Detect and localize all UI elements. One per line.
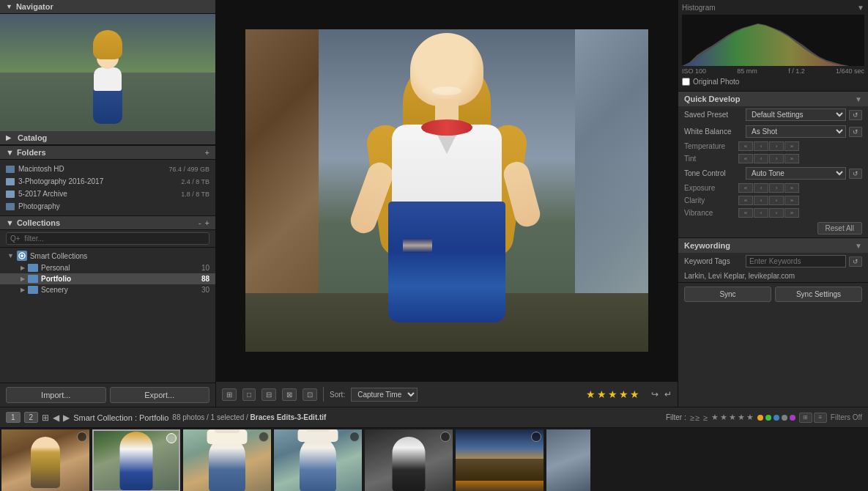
star-2[interactable]: ★ [597,388,607,400]
page-1-btn[interactable]: 1 [6,412,21,423]
view-compare-btn[interactable]: ⊟ [261,388,276,401]
rotate-btn[interactable]: ↪ [651,389,659,399]
qd-tint-dec[interactable]: ‹ [754,154,768,163]
qd-tint-inc[interactable]: › [769,154,784,163]
thumb-5-select[interactable] [440,432,450,442]
sync-button[interactable]: Sync [684,287,771,302]
filter-star-5[interactable]: ★ [746,413,754,422]
thumb-4-select[interactable] [349,432,360,442]
navigator-header[interactable]: ▼ Navigator [0,0,215,14]
strip-view-btn-2[interactable]: ≡ [814,413,827,423]
folder-item-photography[interactable]: Photography [0,200,215,213]
qd-vib-inc-inc[interactable]: » [784,208,799,218]
film-thumb-partial[interactable] [546,429,590,491]
export-button[interactable]: Export... [110,387,210,403]
film-thumb-3[interactable] [183,429,271,491]
dot-blue[interactable] [774,415,779,421]
qd-wb-btn[interactable]: ↺ [849,127,862,137]
qd-clar-dec-dec[interactable]: « [738,196,753,205]
thumb-3-select[interactable] [259,432,269,442]
qd-temp-inc[interactable]: › [769,141,784,151]
film-thumb-4[interactable] [274,429,362,491]
qd-saved-preset-select[interactable]: Default Settings [746,108,846,121]
dot-orange[interactable] [757,415,763,421]
filter-star-4[interactable]: ★ [738,413,745,422]
collections-header[interactable]: ▼ Collections - + [0,216,215,230]
film-thumb-2[interactable] [92,429,180,491]
qd-exp-inc[interactable]: › [769,183,784,193]
kw-collapse[interactable]: ▼ [855,242,862,250]
dot-green[interactable] [765,415,771,421]
film-thumb-6[interactable] [456,429,544,491]
import-button[interactable]: Import... [6,387,106,403]
star-4[interactable]: ★ [619,388,628,400]
sort-dropdown[interactable]: Capture Time File Name Edit Time Rating [351,388,418,402]
strip-next-btn[interactable]: ▶ [63,413,70,423]
film-thumb-1[interactable] [1,429,89,491]
qd-collapse[interactable]: ▼ [855,95,862,103]
filter-star-1[interactable]: ★ [711,413,719,422]
kw-tags-input[interactable] [746,255,846,267]
folder-item-photography-2016[interactable]: 3-Photography 2016-2017 2.4 / 8 TB [0,175,215,188]
qd-clar-inc-inc[interactable]: » [784,196,799,205]
folders-add-btn[interactable]: + [205,148,209,157]
qd-temp-inc-inc[interactable]: » [784,141,799,151]
qd-temp-dec-dec[interactable]: « [738,141,753,151]
page-2-btn[interactable]: 2 [24,412,39,423]
confirm-btn[interactable]: ↵ [664,389,672,399]
thumb-1-select[interactable] [77,432,87,442]
qd-exp-dec[interactable]: ‹ [754,183,768,193]
film-thumb-5[interactable] [365,429,453,491]
original-photo-checkbox[interactable] [682,78,690,86]
collection-item-scenery[interactable]: ▶ Scenery 30 [0,284,215,295]
collection-item-portfolio[interactable]: ▶ Portfolio 88 [0,273,215,284]
view-grid-btn[interactable]: ⊞ [222,388,237,401]
qd-reset-btn[interactable]: Reset All [817,222,862,235]
qd-exp-inc-inc[interactable]: » [784,183,799,193]
qd-clar-dec[interactable]: ‹ [754,196,768,205]
qd-vib-inc[interactable]: › [769,208,784,218]
thumb-2-select[interactable] [166,433,177,443]
star-3[interactable]: ★ [608,388,617,400]
star-5[interactable]: ★ [630,388,639,400]
folder-item-macintosh[interactable]: Macintosh HD 76.4 / 499 GB [0,163,215,175]
qd-vib-dec-dec[interactable]: « [738,208,753,218]
qd-temp-dec[interactable]: ‹ [754,141,768,151]
dot-gray[interactable] [782,415,787,421]
qd-clar-inc[interactable]: › [769,196,784,205]
qd-wb-select[interactable]: As Shot Auto Daylight Cloudy Custom [746,125,846,138]
view-survey-btn[interactable]: ⊠ [282,388,297,401]
view-loupe-btn[interactable]: □ [242,388,256,401]
filter-next-btn[interactable]: ≥ [695,413,700,422]
folders-header[interactable]: ▼ Folders + [0,146,215,160]
kw-btn[interactable]: ↺ [849,256,862,267]
quick-develop-header[interactable]: Quick Develop ▼ [678,92,868,106]
filter-range-btn[interactable]: ≥ [703,413,708,422]
collections-minus-btn[interactable]: - [199,218,201,227]
histogram-collapse[interactable]: ▼ [857,4,864,12]
qd-tone-select[interactable]: Auto Tone [746,167,846,180]
grid-view-btn[interactable]: ⊞ [42,413,49,423]
star-1[interactable]: ★ [586,388,596,400]
strip-prev-btn[interactable]: ◀ [53,413,59,423]
qd-exp-dec-dec[interactable]: « [738,183,753,193]
view-people-btn[interactable]: ⊡ [303,388,317,401]
catalog-header[interactable]: ▶ Catalog [0,131,215,145]
keywording-header[interactable]: Keywording ▼ [678,238,868,253]
qd-tint-dec-dec[interactable]: « [738,154,753,163]
folder-item-archive-2017[interactable]: 5-2017 Archive 1.8 / 8 TB [0,188,215,200]
dot-purple[interactable] [790,415,795,421]
collections-search-input[interactable] [6,232,209,245]
qd-tone-btn[interactable]: ↺ [849,169,862,179]
collection-item-personal[interactable]: ▶ Personal 10 [0,262,215,273]
qd-preset-btn[interactable]: ↺ [849,110,862,120]
filter-star-2[interactable]: ★ [720,413,727,422]
thumb-6-select[interactable] [531,432,541,442]
sync-settings-button[interactable]: Sync Settings [775,287,862,302]
collections-plus-btn[interactable]: + [205,218,209,227]
filter-prev-btn[interactable]: ≥ [690,413,694,422]
strip-view-btn-1[interactable]: ⊞ [799,413,812,423]
qd-tint-inc-inc[interactable]: » [784,154,799,163]
qd-vib-dec[interactable]: ‹ [754,208,768,218]
filter-star-3[interactable]: ★ [729,413,736,422]
